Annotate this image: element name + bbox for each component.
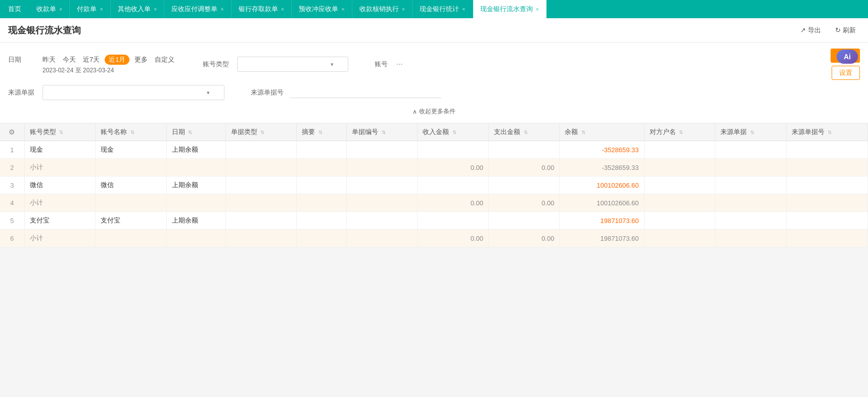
sort-icon: ⇅ bbox=[260, 129, 264, 135]
cell-balance: -3528659.33 bbox=[560, 159, 644, 177]
col-counterpart[interactable]: 对方户名 ⇅ bbox=[644, 123, 715, 141]
cell-account_name: 现金 bbox=[96, 141, 167, 159]
source-doc-select[interactable]: ▾ bbox=[42, 85, 224, 100]
cell-summary bbox=[297, 177, 347, 194]
close-icon[interactable]: × bbox=[536, 6, 539, 12]
table-row: 2小计0.000.00-3528659.33 bbox=[0, 159, 868, 177]
col-income[interactable]: 收入金额 ⇅ bbox=[418, 123, 489, 141]
cell-date: 上期余额 bbox=[166, 177, 225, 194]
cell-balance: 19871073.60 bbox=[560, 230, 644, 247]
close-icon[interactable]: × bbox=[341, 6, 344, 12]
cell-account_type: 小计 bbox=[24, 194, 96, 212]
top-navigation: 首页 收款单 × 付款单 × 其他收入单 × 应收应付调整单 × 银行存取款单 … bbox=[0, 0, 868, 18]
date-opt-1month[interactable]: 近1月 bbox=[105, 55, 129, 65]
close-icon[interactable]: × bbox=[220, 6, 223, 12]
close-icon[interactable]: × bbox=[59, 6, 62, 12]
cell-income: 0.00 bbox=[418, 159, 489, 177]
cell-date: 上期余额 bbox=[166, 212, 225, 230]
table-row: 1现金现金上期余额-3528659.33 bbox=[0, 141, 868, 159]
col-source-doc-no[interactable]: 来源单据号 ⇅ bbox=[786, 123, 867, 141]
tab-cash-bank-stats[interactable]: 现金银行统计 × bbox=[413, 0, 473, 18]
col-account-type[interactable]: 账号类型 ⇅ bbox=[24, 123, 96, 141]
col-source-doc[interactable]: 来源单据 ⇅ bbox=[715, 123, 787, 141]
col-balance[interactable]: 余额 ⇅ bbox=[560, 123, 644, 141]
more-options-icon[interactable]: ··· bbox=[394, 60, 404, 69]
tab-receipts[interactable]: 收款单 × bbox=[29, 0, 70, 18]
cell-counterpart bbox=[644, 194, 715, 212]
account-type-select[interactable]: ▾ bbox=[237, 57, 348, 72]
cell-doc_no bbox=[346, 177, 418, 194]
tab-cash-bank-flow[interactable]: 现金银行流水查询 × bbox=[473, 0, 546, 18]
sort-icon: ⇅ bbox=[828, 129, 832, 135]
date-opt-today[interactable]: 今天 bbox=[61, 54, 78, 65]
cell-idx: 6 bbox=[0, 230, 24, 247]
col-account-name[interactable]: 账号名称 ⇅ bbox=[96, 123, 167, 141]
close-icon[interactable]: × bbox=[402, 6, 405, 12]
cell-doc_type bbox=[225, 159, 297, 177]
ai-assistant-button[interactable]: Ai bbox=[837, 50, 858, 64]
cell-income: 0.00 bbox=[418, 194, 489, 212]
tab-other-income[interactable]: 其他收入单 × bbox=[111, 0, 164, 18]
refresh-button[interactable]: ↻ 刷新 bbox=[831, 24, 860, 37]
sort-icon: ⇅ bbox=[750, 129, 754, 135]
tab-prepaid[interactable]: 预收冲应收单 × bbox=[292, 0, 352, 18]
collapse-bar[interactable]: ∧ 收起更多条件 bbox=[8, 105, 860, 119]
cell-summary bbox=[297, 159, 347, 177]
date-opt-7days[interactable]: 近7天 bbox=[81, 54, 102, 65]
export-button[interactable]: ↗ 导出 bbox=[796, 24, 825, 37]
cell-counterpart bbox=[644, 159, 715, 177]
cell-doc_type bbox=[225, 194, 297, 212]
cell-expense: 0.00 bbox=[488, 230, 560, 247]
sort-icon: ⇅ bbox=[382, 129, 386, 135]
table-container: ⚙ 账号类型 ⇅ 账号名称 ⇅ 日期 ⇅ 单据类型 ⇅ bbox=[0, 123, 868, 247]
cell-date bbox=[166, 230, 225, 247]
home-tab[interactable]: 首页 bbox=[0, 0, 29, 18]
export-icon: ↗ bbox=[800, 26, 806, 34]
date-range-display: 2023-02-24 至 2023-03-24 bbox=[42, 66, 176, 75]
tab-payments[interactable]: 付款单 × bbox=[70, 0, 110, 18]
close-icon[interactable]: × bbox=[462, 6, 465, 12]
close-icon[interactable]: × bbox=[100, 6, 103, 12]
cell-account_name: 微信 bbox=[96, 177, 167, 194]
col-summary[interactable]: 摘要 ⇅ bbox=[297, 123, 347, 141]
cell-source_doc_no bbox=[786, 194, 867, 212]
cell-source_doc_no bbox=[786, 212, 867, 230]
cell-account_name bbox=[96, 194, 167, 212]
col-date[interactable]: 日期 ⇅ bbox=[166, 123, 225, 141]
cell-idx: 4 bbox=[0, 194, 24, 212]
date-opt-yesterday[interactable]: 昨天 bbox=[40, 54, 58, 65]
cell-summary bbox=[297, 230, 347, 247]
filter-row-2: 来源单据 ▾ 来源单据号 bbox=[8, 85, 860, 100]
tab-bank-withdraw[interactable]: 银行存取款单 × bbox=[232, 0, 292, 18]
cell-expense: 0.00 bbox=[488, 159, 560, 177]
cell-source_doc bbox=[715, 194, 787, 212]
table-header-row: ⚙ 账号类型 ⇅ 账号名称 ⇅ 日期 ⇅ 单据类型 ⇅ bbox=[0, 123, 868, 141]
refresh-icon: ↻ bbox=[835, 26, 841, 34]
cell-expense bbox=[488, 212, 560, 230]
cell-balance: 19871073.60 bbox=[560, 212, 644, 230]
col-expense[interactable]: 支出金额 ⇅ bbox=[488, 123, 560, 141]
tab-receipt-verify[interactable]: 收款核销执行 × bbox=[352, 0, 413, 18]
cell-source_doc bbox=[715, 212, 787, 230]
sort-icon: ⇅ bbox=[59, 129, 63, 135]
cell-summary bbox=[297, 212, 347, 230]
cell-account_name bbox=[96, 230, 167, 247]
close-icon[interactable]: × bbox=[154, 6, 157, 12]
cell-counterpart bbox=[644, 177, 715, 194]
cell-account_name bbox=[96, 159, 167, 177]
cell-idx: 3 bbox=[0, 177, 24, 194]
cell-source_doc bbox=[715, 159, 787, 177]
source-doc-num-input[interactable] bbox=[290, 87, 441, 98]
date-opt-custom[interactable]: 自定义 bbox=[153, 54, 176, 65]
col-settings[interactable]: ⚙ bbox=[0, 123, 24, 141]
date-opt-more[interactable]: 更多 bbox=[132, 54, 150, 65]
col-doc-no[interactable]: 单据编号 ⇅ bbox=[346, 123, 418, 141]
cell-counterpart bbox=[644, 141, 715, 159]
gear-icon[interactable]: ⚙ bbox=[9, 128, 15, 136]
col-doc-type[interactable]: 单据类型 ⇅ bbox=[225, 123, 297, 141]
chevron-down-icon: ▾ bbox=[331, 61, 334, 68]
close-icon[interactable]: × bbox=[281, 6, 284, 12]
cell-account_type: 微信 bbox=[24, 177, 96, 194]
settings-button[interactable]: 设置 bbox=[832, 66, 860, 80]
tab-ar-ap-adjust[interactable]: 应收应付调整单 × bbox=[164, 0, 231, 18]
